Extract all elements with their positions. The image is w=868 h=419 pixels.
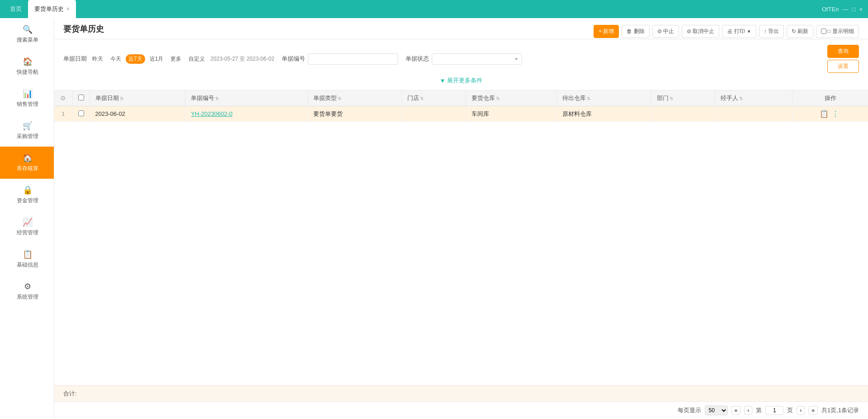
status-filter-group: 单据状态 [406, 53, 522, 65]
status-filter-select[interactable] [432, 53, 522, 65]
handler-sort-icon[interactable]: ⇅ [739, 96, 743, 101]
docno-filter-group: 单据编号 [282, 53, 398, 65]
col-settings[interactable]: ⚙ [54, 90, 72, 106]
row-doctype: 要货单要货 [307, 106, 401, 122]
search-menu-icon: 🔍 [23, 24, 33, 34]
row-pending-warehouse: 原材料仓库 [557, 106, 651, 122]
row-checkbox-cell [72, 106, 90, 122]
filter-row-1: 单据日期 昨天 今天 近7天 近1月 更多 自定义 2023-05-27 至 2… [63, 45, 859, 73]
row-index: 1 [54, 106, 72, 122]
close-btn[interactable]: × [859, 6, 863, 13]
export-button[interactable]: ↑ 导出 [759, 25, 784, 38]
operations-icon: 📈 [23, 217, 33, 227]
date-shortcut-custom[interactable]: 自定义 [186, 54, 208, 64]
col-checkbox [72, 90, 90, 106]
tab-home[interactable]: 首页 [4, 0, 28, 18]
minimize-btn[interactable]: — [843, 6, 849, 13]
date-filter-label: 单据日期 [63, 55, 87, 63]
row-operation: 📋 ⋮ [793, 106, 868, 122]
sidebar-item-finance[interactable]: 🔒 资金管理 [0, 179, 54, 211]
page-title: 要货单历史 [63, 24, 104, 34]
print-button[interactable]: 🖨 打印 ▼ [722, 25, 756, 38]
col-operation: 操作 [793, 90, 868, 106]
select-all-checkbox[interactable] [78, 95, 84, 100]
sidebar-item-sales[interactable]: 📊 销售管理 [0, 82, 54, 114]
close-tab-icon[interactable]: × [66, 6, 70, 12]
row-department [651, 106, 715, 122]
stop-button[interactable]: ⊘ 中止 [652, 25, 679, 38]
page-size-select[interactable]: 10 20 50 100 [705, 405, 728, 415]
summary-label: 合计: [63, 390, 77, 398]
requisition-table: ⚙ 单据日期 ⇅ 单据编号 [54, 90, 868, 122]
date-shortcut-yesterday[interactable]: 昨天 [90, 54, 106, 64]
date-shortcut-today[interactable]: 今天 [108, 54, 124, 64]
table-body: 1 2023-06-02 YH-20230602-0 要货单要货 车间库 原材料… [54, 106, 868, 122]
filter-area: 单据日期 昨天 今天 近7天 近1月 更多 自定义 2023-05-27 至 2… [54, 39, 868, 90]
maximize-btn[interactable]: □ [852, 6, 856, 13]
row-more-icon[interactable]: ⋮ [832, 110, 839, 118]
col-pending-warehouse: 待出仓库 ⇅ [557, 90, 651, 106]
col-docno: 单据编号 ⇅ [185, 90, 308, 106]
tab-requisition-history[interactable]: 要货单历史 × [28, 0, 76, 18]
req-warehouse-sort-icon[interactable]: ⇅ [496, 96, 500, 101]
refresh-button[interactable]: ↻ 刷新 [787, 25, 813, 38]
date-shortcut-1month[interactable]: 近1月 [147, 54, 166, 64]
col-req-warehouse: 要货仓库 ⇅ [466, 90, 557, 106]
sidebar-item-basic[interactable]: 📋 基础信息 [0, 243, 54, 275]
often-label: OfTEn [822, 6, 839, 13]
finance-icon: 🔒 [23, 185, 33, 195]
sales-icon: 📊 [23, 89, 33, 99]
sidebar-item-operations[interactable]: 📈 经营管理 [0, 211, 54, 243]
pending-warehouse-sort-icon[interactable]: ⇅ [587, 96, 590, 101]
row-req-warehouse: 车间库 [466, 106, 557, 122]
display-detail-button[interactable]: □ 显示明细 [816, 25, 859, 38]
date-sort-icon[interactable]: ⇅ [120, 96, 123, 101]
display-detail-checkbox[interactable] [821, 29, 826, 34]
date-shortcut-more[interactable]: 更多 [168, 54, 184, 64]
system-icon: ⚙ [24, 281, 31, 291]
date-shortcut-7days[interactable]: 近7天 [126, 54, 145, 64]
docno-sort-icon[interactable]: ⇅ [215, 96, 219, 101]
row-docno-link[interactable]: YH-20230602-0 [191, 110, 232, 117]
docno-filter-input[interactable] [308, 53, 398, 65]
date-range-display: 2023-05-27 至 2023-06-02 [210, 55, 274, 63]
sidebar-item-search-menu[interactable]: 🔍 搜索菜单 [0, 18, 54, 50]
toolbar: + 新增 🗑 删除 ⊘ 中止 ⊘ 取消中止 🖨 打印 ▼ ↑ 导出 ↻ 刷新 □… [594, 25, 859, 38]
date-shortcuts: 昨天 今天 近7天 近1月 更多 自定义 [90, 54, 208, 64]
next-page-button[interactable]: › [797, 406, 805, 415]
first-page-button[interactable]: « [731, 406, 741, 415]
cancel-stop-button[interactable]: ⊘ 取消中止 [682, 25, 719, 38]
sidebar-item-system[interactable]: ⚙ 系统管理 [0, 275, 54, 307]
sidebar-item-quick-nav[interactable]: 🏠 快捷导航 [0, 50, 54, 82]
add-button[interactable]: + 新增 [594, 25, 619, 38]
dept-sort-icon[interactable]: ⇅ [670, 96, 673, 101]
total-info: 共1页,1条记录 [821, 406, 859, 414]
col-handler: 经手人 ⇅ [715, 90, 792, 106]
page-unit: 页 [787, 406, 793, 414]
query-button[interactable]: 查询 [827, 45, 859, 58]
content-area: 要货单历史 + 新增 🗑 删除 ⊘ 中止 ⊘ 取消中止 🖨 打印 ▼ ↑ 导出 … [54, 18, 868, 419]
sidebar-item-purchase[interactable]: 🛒 采购管理 [0, 114, 54, 147]
table-row: 1 2023-06-02 YH-20230602-0 要货单要货 车间库 原材料… [54, 106, 868, 122]
row-view-icon[interactable]: 📋 [820, 110, 829, 118]
doctype-sort-icon[interactable]: ⇅ [338, 96, 341, 101]
pagination: 每页显示 10 20 50 100 « ‹ 第 页 › » 共1页,1条记录 [54, 401, 868, 419]
purchase-icon: 🛒 [23, 121, 33, 131]
col-department: 部门 ⇅ [651, 90, 715, 106]
last-page-button[interactable]: » [808, 406, 818, 415]
col-doctype: 单据类型 ⇅ [307, 90, 401, 106]
page-number-input[interactable] [765, 406, 783, 415]
expand-filters-button[interactable]: ▼ 展开更多条件 [440, 76, 483, 85]
store-sort-icon[interactable]: ⇅ [420, 96, 424, 101]
docno-filter-label: 单据编号 [282, 55, 305, 63]
table-settings-icon[interactable]: ⚙ [60, 95, 66, 102]
prev-page-button[interactable]: ‹ [744, 406, 752, 415]
inventory-icon: 🏠 [23, 153, 33, 163]
status-filter-label: 单据状态 [406, 55, 429, 63]
row-checkbox[interactable] [78, 110, 84, 116]
sidebar: 🔍 搜索菜单 🏠 快捷导航 📊 销售管理 🛒 采购管理 🏠 库存核算 🔒 资金管… [0, 18, 54, 419]
sidebar-item-inventory[interactable]: 🏠 库存核算 [0, 147, 54, 179]
setting-button[interactable]: 设置 [827, 60, 859, 73]
delete-button[interactable]: 🗑 删除 [622, 25, 649, 38]
main-layout: 🔍 搜索菜单 🏠 快捷导航 📊 销售管理 🛒 采购管理 🏠 库存核算 🔒 资金管… [0, 18, 868, 419]
